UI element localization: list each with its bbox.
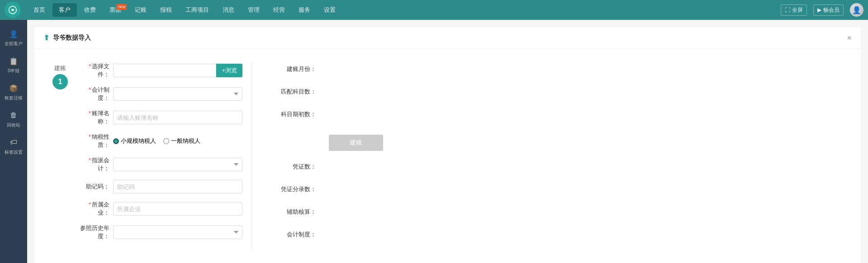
aux-accounting-row: 辅助核算： <box>279 205 433 219</box>
sidebar-item-trash[interactable]: 🗑回收站 <box>0 106 27 133</box>
sidebar-item-all-clients[interactable]: 👤全部客户 <box>0 24 27 52</box>
memo-label: 助记码： <box>77 183 113 191</box>
browse-button[interactable]: +浏览 <box>216 64 242 77</box>
voucher-entries-value <box>320 183 433 196</box>
radio-general[interactable] <box>163 138 169 144</box>
nav-item-settings[interactable]: 设置 <box>318 3 342 17</box>
nav-item-invoice[interactable]: 票据new <box>103 3 128 17</box>
right-accounting-system-value <box>320 228 433 241</box>
build-month-value <box>320 62 433 76</box>
accounting-system-select[interactable] <box>113 87 242 101</box>
voucher-entries-label: 凭证分录数： <box>279 185 320 193</box>
build-button[interactable]: 建账 <box>329 135 383 151</box>
sidebar-item-tags[interactable]: 🏷标签设置 <box>0 133 27 160</box>
fullscreen-label: 全屏 <box>792 6 803 14</box>
aux-accounting-label: 辅助核算： <box>279 208 320 216</box>
sidebar-item-declare[interactable]: 📋0申报 <box>0 52 27 79</box>
nav-item-service[interactable]: 服务 <box>292 3 317 17</box>
radio-general-label: 一般纳税人 <box>171 137 200 145</box>
assign-accountant-select[interactable] <box>113 158 242 171</box>
tax-type-radio-group: 小规模纳税人 一般纳税人 <box>113 137 242 145</box>
sidebar-label-migrate: 账套迁移 <box>5 95 23 101</box>
section-divider <box>251 62 252 250</box>
tax-type-small[interactable]: 小规模纳税人 <box>113 137 156 145</box>
nav-item-operation[interactable]: 经营 <box>267 3 291 17</box>
build-month-label: 建账月份： <box>279 65 320 73</box>
close-button[interactable]: × <box>847 33 852 43</box>
aux-accounting-value <box>320 205 433 219</box>
step-text: 建账 <box>54 64 66 72</box>
initial-balance-label: 科目期初数： <box>279 110 320 118</box>
nav-right: ⛶ 全屏 ▶ 畅会员 👤 <box>781 3 863 17</box>
match-subjects-row: 匹配科目数： <box>279 85 433 99</box>
radio-small[interactable] <box>113 138 119 144</box>
step-label: 建账 1 <box>52 64 68 89</box>
initial-balance-row: 科目期初数： <box>279 108 433 121</box>
nav-item-ledger[interactable]: 记账 <box>128 3 153 17</box>
history-year-row: 参照历史年度： <box>77 224 242 240</box>
sidebar-label-declare: 0申报 <box>8 68 19 74</box>
nav-item-manage[interactable]: 管理 <box>242 3 266 17</box>
right-accounting-system-row: 会计制度： <box>279 228 433 241</box>
sidebar-label-trash: 回收站 <box>7 122 20 128</box>
member-btn[interactable]: ▶ 畅会员 <box>813 5 844 16</box>
sidebar-item-migrate[interactable]: 📦账套迁移 <box>0 79 27 106</box>
company-input[interactable] <box>113 202 242 216</box>
match-subjects-value <box>320 85 433 99</box>
import-icon: ⬆ <box>43 33 49 42</box>
nav-item-charge[interactable]: 收费 <box>78 3 102 17</box>
assign-accountant-label: *指派会计： <box>77 156 113 173</box>
right-accounting-system-label: 会计制度： <box>279 230 320 239</box>
ledger-name-input[interactable] <box>113 111 242 124</box>
user-avatar[interactable]: 👤 <box>850 3 863 17</box>
match-subjects-label: 匹配科目数： <box>279 88 320 96</box>
sidebar-icon-declare: 📋 <box>9 56 19 66</box>
member-label: 畅会员 <box>823 6 840 14</box>
history-year-select[interactable] <box>113 225 242 239</box>
voucher-count-value <box>320 160 433 174</box>
memo-input[interactable] <box>113 180 242 193</box>
accounting-system-label: *会计制度： <box>77 86 113 102</box>
sidebar: 👤全部客户📋0申报📦账套迁移🗑回收站🏷标签设置 <box>0 20 27 263</box>
accounting-system-row: *会计制度： <box>77 86 242 102</box>
initial-balance-value <box>320 108 433 121</box>
sidebar-icon-all-clients: 👤 <box>9 29 19 39</box>
sidebar-label-all-clients: 全部客户 <box>5 41 23 47</box>
memo-row: 助记码： <box>77 180 242 193</box>
play-icon: ▶ <box>817 7 821 13</box>
company-row: *所属企业： <box>77 201 242 217</box>
tax-type-label: *纳税性质： <box>77 133 113 149</box>
top-nav: 首页客户收费票据new记账报税工商项目消息管理经营服务设置 ⛶ 全屏 ▶ 畅会员… <box>0 0 868 20</box>
nav-item-home[interactable]: 首页 <box>27 3 52 17</box>
build-btn-area: 建账 <box>279 135 433 151</box>
panel-title: 导爷数据导入 <box>53 34 91 42</box>
nav-item-message[interactable]: 消息 <box>216 3 241 17</box>
ledger-name-row: *账簿名称： <box>77 109 242 126</box>
ledger-name-label: *账簿名称： <box>77 109 113 126</box>
nav-item-customer[interactable]: 客户 <box>52 3 77 17</box>
panel-header: ⬆ 导爷数据导入 <box>34 27 861 49</box>
form-area: 建账 1 *选择文件： +浏览 <box>34 49 861 263</box>
tax-type-general[interactable]: 一般纳税人 <box>163 137 200 145</box>
build-month-row: 建账月份： <box>279 62 433 76</box>
file-row: *选择文件： +浏览 <box>77 62 242 79</box>
file-input-group: +浏览 <box>113 64 242 77</box>
panel: ⬆ 导爷数据导入 × 建账 1 *选择文件： <box>34 27 861 263</box>
fullscreen-btn[interactable]: ⛶ 全屏 <box>781 5 807 16</box>
fullscreen-icon: ⛶ <box>785 7 790 13</box>
assign-accountant-row: *指派会计： <box>77 156 242 173</box>
content-area: ⬆ 导爷数据导入 × 建账 1 *选择文件： <box>27 20 868 263</box>
voucher-count-label: 凭证数： <box>279 163 320 171</box>
sidebar-icon-trash: 🗑 <box>9 110 19 120</box>
nav-items: 首页客户收费票据new记账报税工商项目消息管理经营服务设置 <box>27 3 781 17</box>
step-circle: 1 <box>52 74 68 89</box>
file-input[interactable] <box>113 64 216 77</box>
voucher-count-row: 凭证数： <box>279 160 433 174</box>
nav-item-tax[interactable]: 报税 <box>154 3 178 17</box>
company-label: *所属企业： <box>77 201 113 217</box>
app-logo[interactable] <box>5 2 21 18</box>
nav-item-industry[interactable]: 工商项目 <box>179 3 215 17</box>
form-fields: *选择文件： +浏览 *会计制度： <box>77 62 242 248</box>
radio-small-label: 小规模纳税人 <box>121 137 156 145</box>
sidebar-icon-migrate: 📦 <box>9 83 19 93</box>
